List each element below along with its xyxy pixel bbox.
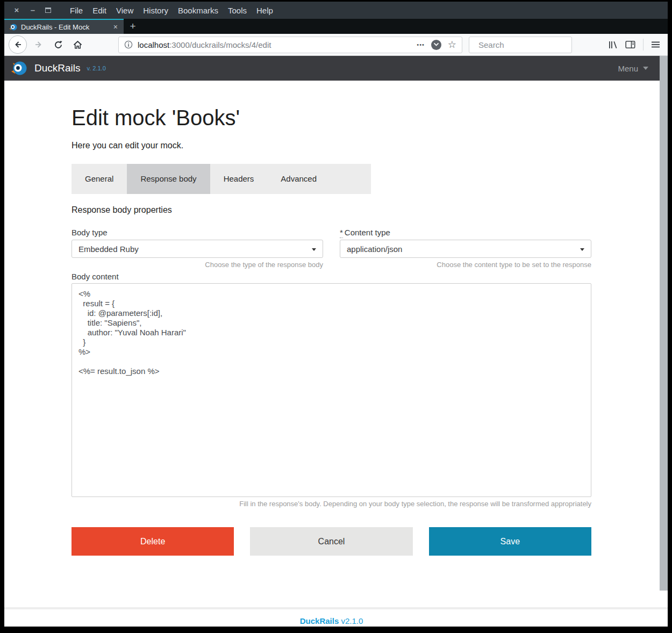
body-content-textarea[interactable]: <% result = { id: @parameters[:id], titl… [72, 283, 591, 497]
app-menu-button[interactable] [651, 41, 660, 48]
bookmark-star-icon[interactable]: ☆ [448, 40, 456, 49]
navbar-menu-toggle[interactable]: Menu [618, 64, 648, 73]
body-content-label: Body content [72, 272, 591, 282]
page-content: Edit mock 'Books' Here you can edit your… [72, 105, 591, 625]
tab-general[interactable]: General [72, 164, 127, 194]
duckrails-logo-icon[interactable] [11, 60, 27, 76]
page-subtitle: Here you can edit your mock. [72, 141, 591, 150]
window-minimize-icon[interactable]: – [29, 6, 37, 14]
menu-help[interactable]: Help [252, 6, 278, 15]
menu-history[interactable]: History [138, 6, 173, 15]
version-label: v. 2.1.0 [87, 65, 106, 71]
body-type-select[interactable]: Embedded Ruby [72, 240, 323, 258]
navigation-toolbar: localhost:3000/duckrails/mocks/4/edit ••… [4, 34, 668, 56]
new-tab-button[interactable]: + [124, 19, 142, 34]
navbar-menu-label: Menu [618, 64, 638, 73]
form-actions: Delete Cancel Save [72, 527, 591, 556]
toolbar-right-icons [608, 39, 663, 51]
forward-button[interactable] [31, 37, 46, 52]
footer-divider [4, 607, 668, 609]
menubar: File Edit View History Bookmarks Tools H… [65, 6, 278, 15]
reload-icon [54, 40, 63, 49]
hamburger-icon [651, 41, 660, 48]
library-button[interactable] [608, 40, 618, 49]
footer-brand-link[interactable]: DuckRails [300, 616, 339, 625]
site-navbar: DuckRails v. 2.1.0 Menu [4, 56, 668, 81]
footer-version: v2.1.0 [341, 616, 363, 625]
page-scrollbar[interactable] [660, 56, 668, 591]
sidebar-icon [625, 40, 635, 49]
content-type-value: application/json [347, 244, 402, 254]
tab-headers[interactable]: Headers [210, 164, 268, 194]
page-actions-icon[interactable]: ••• [417, 41, 425, 48]
tab-title: DuckRails - Edit Mock [21, 23, 109, 31]
reload-button[interactable] [51, 37, 66, 52]
body-content-field: Body content <% result = { id: @paramete… [72, 272, 591, 508]
duckrails-favicon-icon [9, 23, 17, 31]
url-text: localhost:3000/duckrails/mocks/4/edit [138, 40, 417, 49]
content-type-select[interactable]: application/json [340, 240, 591, 258]
required-asterisk: * [340, 228, 343, 238]
save-button[interactable]: Save [429, 527, 591, 556]
body-type-help: Choose the type of the response body [72, 261, 323, 269]
site-footer: DuckRails v2.1.0 [72, 616, 591, 625]
url-actions: ••• ☆ [417, 40, 456, 50]
content-type-label: *Content type [340, 228, 591, 238]
toolbar-separator [643, 39, 644, 51]
mock-tabs: General Response body Headers Advanced [72, 164, 371, 194]
body-type-value: Embedded Ruby [78, 244, 139, 254]
desktop-background: { "browser_window": { "controls": { "clo… [0, 0, 672, 633]
browser-window: × – File Edit View History Bookmarks Too… [4, 2, 668, 627]
browser-tab[interactable]: DuckRails - Edit Mock × [4, 19, 124, 34]
cancel-button[interactable]: Cancel [250, 527, 412, 556]
content-type-field: *Content type application/json Choose th… [340, 228, 591, 269]
tab-strip: DuckRails - Edit Mock × + [4, 19, 668, 34]
menu-tools[interactable]: Tools [223, 6, 252, 15]
brand-link[interactable]: DuckRails [34, 62, 81, 74]
body-type-field: Body type Embedded Ruby Choose the type … [72, 228, 323, 269]
url-bar[interactable]: localhost:3000/duckrails/mocks/4/edit ••… [118, 37, 462, 53]
body-content-help: Fill in the response's body. Depending o… [72, 500, 591, 508]
chevron-down-icon [643, 67, 648, 73]
menu-view[interactable]: View [111, 6, 138, 15]
search-box [469, 37, 572, 53]
url-path: :3000/duckrails/mocks/4/edit [169, 40, 271, 49]
search-input[interactable] [478, 40, 585, 49]
pocket-icon[interactable] [431, 40, 441, 50]
back-arrow-icon [13, 40, 22, 49]
home-button[interactable] [70, 37, 85, 52]
content-type-help: Choose the content type to be set to the… [340, 261, 591, 269]
tab-response-body[interactable]: Response body [127, 164, 210, 194]
type-fields-row: Body type Embedded Ruby Choose the type … [72, 228, 591, 269]
library-icon [608, 40, 618, 49]
titlebar: × – File Edit View History Bookmarks Too… [4, 2, 668, 19]
site-info-icon[interactable] [124, 40, 133, 49]
window-maximize-icon[interactable] [45, 8, 51, 13]
tab-advanced[interactable]: Advanced [267, 164, 330, 194]
menu-edit[interactable]: Edit [88, 6, 111, 15]
url-host: localhost [138, 40, 169, 49]
menu-file[interactable]: File [65, 6, 88, 15]
back-button[interactable] [9, 35, 27, 54]
page-title: Edit mock 'Books' [72, 105, 591, 130]
body-type-label: Body type [72, 228, 323, 238]
tab-close-icon[interactable]: × [112, 23, 119, 31]
section-title: Response body properties [72, 205, 591, 215]
window-close-icon[interactable]: × [13, 6, 20, 14]
menu-bookmarks[interactable]: Bookmarks [173, 6, 223, 15]
forward-arrow-icon [34, 40, 43, 49]
window-controls: × – [13, 6, 51, 14]
content-type-label-text: Content type [345, 228, 390, 237]
delete-button[interactable]: Delete [72, 527, 234, 556]
home-icon [73, 40, 82, 49]
sidebar-button[interactable] [625, 40, 635, 49]
